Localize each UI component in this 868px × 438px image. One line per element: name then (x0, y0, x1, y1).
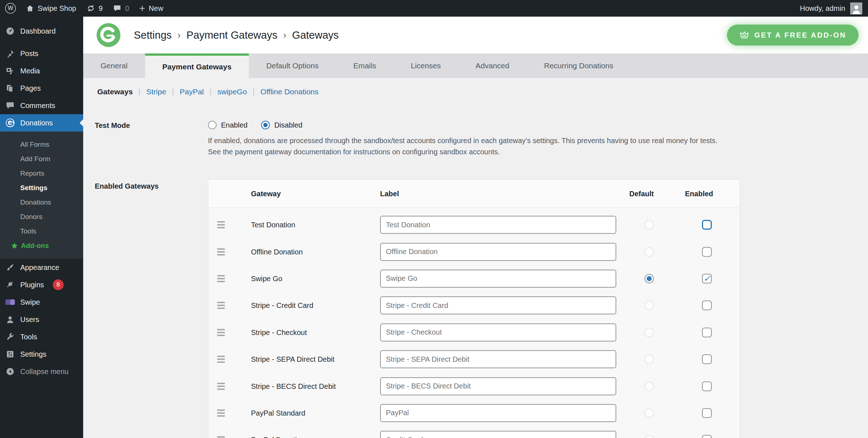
gateway-label-input[interactable] (380, 377, 616, 395)
sidebar-item-settings[interactable]: Settings (0, 345, 83, 363)
subnav-offline-donations-link[interactable]: Offline Donations (260, 87, 319, 96)
drag-handle-icon[interactable] (217, 248, 225, 256)
default-radio[interactable] (644, 274, 654, 283)
submenu-reports[interactable]: Reports (0, 166, 83, 181)
sidebar-item-tools[interactable]: Tools (0, 328, 83, 345)
new-menu[interactable]: + New (134, 0, 168, 17)
enabled-checkbox[interactable]: ✓ (702, 408, 712, 418)
enabled-checkbox[interactable]: ✓ (702, 435, 712, 438)
drag-handle-icon[interactable] (217, 329, 225, 336)
gateway-label-input[interactable] (380, 323, 616, 342)
default-radio[interactable] (644, 220, 654, 229)
tab-general[interactable]: General (83, 53, 145, 78)
submenu-settings[interactable]: Settings (0, 181, 83, 195)
sidebar-item-posts[interactable]: Posts (0, 45, 83, 62)
tab-default-options[interactable]: Default Options (249, 53, 336, 78)
tab-payment-gateways[interactable]: Payment Gateways (145, 53, 249, 78)
subnav-stripe-link[interactable]: Stripe (146, 87, 166, 96)
tab-licenses[interactable]: Licenses (393, 53, 458, 78)
test-mode-disabled-option[interactable]: Disabled (261, 121, 302, 129)
drag-handle-icon[interactable] (217, 436, 225, 438)
tab-advanced[interactable]: Advanced (458, 53, 527, 78)
drag-handle-icon[interactable] (217, 302, 225, 309)
gateway-label-input[interactable] (380, 270, 616, 288)
gateway-label-input[interactable] (380, 216, 616, 234)
enabled-checkbox[interactable]: ✓ (702, 381, 712, 391)
default-radio[interactable] (644, 301, 654, 310)
subnav-paypal-link[interactable]: PayPal (180, 87, 204, 96)
tab-emails[interactable]: Emails (336, 53, 393, 78)
drag-handle-icon[interactable] (217, 275, 225, 282)
table-rows: Test Donation ✓ Offline Donation ✓ Swipe… (208, 208, 740, 438)
table-row: Stripe - Checkout ✓ (208, 319, 740, 346)
subnav-swipego-link[interactable]: swipeGo (217, 87, 247, 96)
test-mode-label: Test Mode (95, 121, 130, 130)
howdy-text: Howdy, admin (800, 4, 845, 13)
enabled-checkbox[interactable]: ✓ (702, 301, 712, 310)
sidebar-item-label: Swipe (20, 298, 40, 306)
default-radio[interactable] (644, 247, 654, 257)
enabled-checkbox[interactable]: ✓ (702, 220, 712, 230)
gateway-label-input[interactable] (380, 350, 616, 368)
sidebar-item-donations[interactable]: Donations (0, 114, 83, 132)
collapse-arrow-icon (5, 367, 15, 376)
radio-disabled[interactable] (261, 121, 270, 129)
submenu-donations[interactable]: Donations (0, 195, 83, 210)
default-radio[interactable] (644, 328, 654, 337)
breadcrumb-settings[interactable]: Settings (134, 29, 172, 41)
submenu-item-label: Add-ons (21, 239, 49, 253)
settings-tabbar: General Payment Gateways Default Options… (83, 53, 868, 78)
radio-enabled[interactable] (208, 121, 217, 129)
column-enabled: Enabled (685, 189, 713, 198)
submenu-all-forms[interactable]: All Forms (0, 137, 83, 152)
drag-handle-icon[interactable] (217, 383, 225, 390)
tab-recurring-donations[interactable]: Recurring Donations (527, 53, 630, 78)
enabled-gateways-label: Enabled Gateways (95, 182, 159, 190)
comments-count: 0 (125, 4, 129, 13)
updates-indicator[interactable]: 9 (81, 0, 108, 17)
submenu-add-ons[interactable]: Add-ons (0, 239, 83, 253)
default-radio[interactable] (644, 408, 654, 418)
star-icon (11, 242, 18, 249)
comments-indicator[interactable]: 0 (108, 0, 134, 17)
gateway-label-input[interactable] (380, 404, 616, 422)
drag-handle-icon[interactable] (217, 356, 225, 363)
test-mode-enabled-option[interactable]: Enabled (208, 121, 247, 129)
sidebar-item-comments[interactable]: Comments (0, 97, 83, 114)
donations-icon (5, 118, 15, 128)
sidebar-item-pages[interactable]: Pages (0, 80, 83, 97)
gateway-label-input[interactable] (380, 243, 616, 261)
sidebar-item-dashboard[interactable]: Dashboard (0, 22, 83, 40)
enabled-checkbox[interactable]: ✓ (702, 274, 712, 283)
enabled-checkbox[interactable]: ✓ (702, 247, 712, 257)
sidebar-item-media[interactable]: Media (0, 62, 83, 80)
submenu-add-form[interactable]: Add Form (0, 152, 83, 166)
gateway-label-input[interactable] (380, 431, 616, 438)
donations-submenu: All Forms Add Form Reports Settings Dona… (0, 132, 83, 259)
wordpress-menu[interactable]: W (0, 0, 21, 17)
submenu-tools[interactable]: Tools (0, 224, 83, 239)
account-menu[interactable]: Howdy, admin (800, 3, 868, 14)
default-radio[interactable] (644, 435, 654, 438)
table-row: Test Donation ✓ (208, 211, 740, 238)
gateway-name: Stripe - BECS Direct Debit (251, 382, 336, 390)
gateway-label-input[interactable] (380, 296, 616, 314)
enabled-checkbox[interactable]: ✓ (702, 327, 712, 337)
site-link[interactable]: Swipe Shop (21, 0, 81, 17)
breadcrumb-payment-gateways[interactable]: Payment Gateways (186, 29, 277, 41)
wordpress-admin-screen: W Swipe Shop 9 (0, 0, 868, 438)
sidebar-item-users[interactable]: Users (0, 311, 83, 328)
drag-handle-icon[interactable] (217, 409, 225, 417)
get-free-addon-button[interactable]: GET A FREE ADD-ON (727, 25, 859, 46)
sidebar-item-swipe[interactable]: Swipe (0, 293, 83, 311)
enabled-checkbox[interactable]: ✓ (702, 355, 712, 364)
default-radio[interactable] (644, 355, 654, 364)
description-line: See the payment gateway documentation fo… (208, 146, 750, 158)
main-content: Settings › Payment Gateways › Gateways G… (83, 17, 868, 438)
submenu-donors[interactable]: Donors (0, 210, 83, 224)
drag-handle-icon[interactable] (217, 221, 225, 228)
sidebar-item-appearance[interactable]: Appearance (0, 259, 83, 276)
collapse-menu-button[interactable]: Collapse menu (0, 363, 83, 380)
sidebar-item-plugins[interactable]: Plugins 8 (0, 276, 83, 293)
default-radio[interactable] (644, 382, 654, 391)
